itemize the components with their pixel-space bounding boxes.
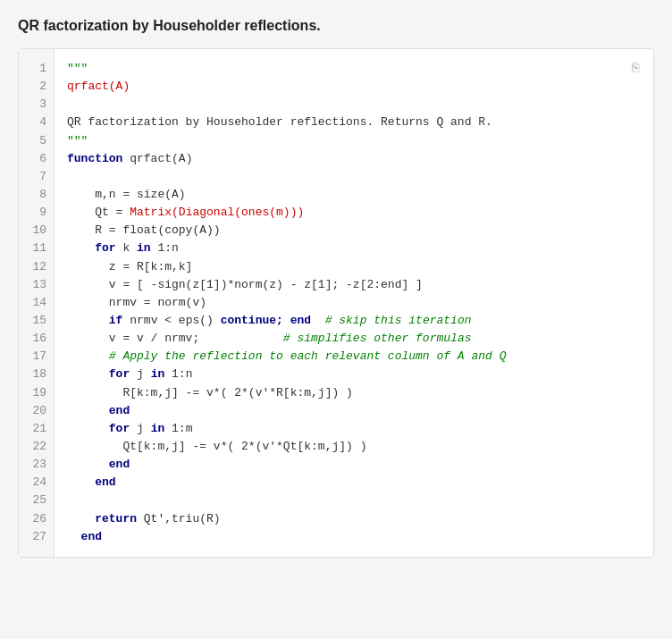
line-number: 24	[26, 474, 46, 492]
line-number: 25	[26, 492, 46, 509]
code-content[interactable]: ⎘ """qrfact(A) QR factorization by House…	[55, 49, 653, 557]
code-segment: m,n = size(A)	[67, 188, 186, 201]
code-segment: v = v / nrmv;	[67, 332, 283, 345]
line-number: 20	[26, 402, 46, 420]
code-line: for j in 1:n	[67, 366, 641, 383]
code-line	[67, 492, 641, 509]
code-line: QR factorization by Householder reflecti…	[67, 114, 641, 131]
line-number: 13	[26, 276, 46, 294]
code-segment: z = R[k:m,k]	[67, 260, 192, 273]
code-segment: Qt',triu(R)	[137, 512, 221, 525]
code-segment: # skip this iteration	[311, 314, 471, 327]
code-line: end	[67, 474, 641, 492]
code-segment: end	[67, 404, 130, 417]
page-title: QR factorization by Householder reflecti…	[18, 18, 654, 34]
code-segment: Qt[k:m,j] -= v*( 2*(v'*Qt[k:m,j]) )	[67, 440, 366, 453]
line-number: 14	[26, 294, 46, 312]
code-line	[67, 96, 641, 114]
code-line: function qrfact(A)	[67, 150, 641, 168]
copy-button[interactable]: ⎘	[625, 56, 646, 78]
code-segment: """	[67, 62, 88, 75]
line-number: 12	[26, 258, 46, 276]
line-number: 17	[26, 348, 46, 366]
code-segment: # simplifies other formulas	[283, 332, 472, 345]
code-line: # Apply the reflection to each relevant …	[67, 348, 641, 366]
code-segment: k	[116, 241, 137, 255]
code-block: 1234567891011121314151617181920212223242…	[18, 48, 654, 558]
code-segment: continue; end	[221, 314, 311, 327]
code-segment: end	[67, 458, 130, 471]
code-line: for j in 1:m	[67, 420, 641, 438]
code-line: qrfact(A)	[67, 78, 641, 96]
code-segment: Qt =	[67, 206, 130, 219]
code-segment: nrmv < eps()	[122, 314, 220, 327]
line-number: 27	[26, 528, 46, 546]
code-segment: if	[67, 314, 122, 327]
line-number: 7	[26, 168, 46, 186]
code-segment: for	[67, 367, 130, 381]
code-line: z = R[k:m,k]	[67, 258, 641, 276]
line-number: 26	[26, 510, 46, 528]
code-segment: for	[67, 422, 130, 435]
line-number: 21	[26, 420, 46, 438]
code-line: R = float(copy(A))	[67, 222, 641, 240]
line-number: 16	[26, 330, 46, 348]
line-number: 10	[26, 222, 46, 240]
code-line: nrmv = norm(v)	[67, 294, 641, 312]
line-number: 6	[26, 150, 46, 168]
code-segment: end	[67, 530, 102, 543]
code-segment: function	[67, 152, 130, 165]
code-line: for k in 1:n	[67, 240, 641, 257]
code-segment: v = [ -sign(z[1])*norm(z) - z[1]; -z[2:e…	[67, 278, 423, 291]
line-number: 18	[26, 366, 46, 383]
code-segment: """	[67, 134, 88, 147]
code-segment: Matrix(Diagonal(ones(m)))	[130, 206, 304, 219]
code-segment: in	[151, 422, 165, 435]
code-line: """	[67, 132, 641, 150]
line-number: 22	[26, 438, 46, 456]
code-segment: # Apply the reflection to each relevant …	[67, 349, 506, 363]
code-line: return Qt',triu(R)	[67, 510, 641, 528]
line-number: 3	[26, 96, 46, 114]
line-number: 19	[26, 384, 46, 402]
code-segment: end	[67, 475, 116, 489]
code-line: if nrmv < eps() continue; end # skip thi…	[67, 312, 641, 330]
line-number: 23	[26, 456, 46, 474]
line-number: 11	[26, 240, 46, 257]
code-line: end	[67, 402, 641, 420]
code-line: """	[67, 60, 641, 78]
code-segment: 1:m	[164, 422, 192, 435]
code-segment: return	[67, 512, 137, 525]
line-number: 8	[26, 186, 46, 204]
code-segment: in	[151, 367, 165, 381]
code-segment: qrfact(A)	[130, 152, 192, 165]
code-segment: nrmv = norm(v)	[67, 296, 206, 309]
line-numbers: 1234567891011121314151617181920212223242…	[19, 49, 55, 557]
line-number: 9	[26, 204, 46, 222]
line-number: 4	[26, 114, 46, 131]
code-segment: qrfact(A)	[67, 80, 130, 93]
code-line: m,n = size(A)	[67, 186, 641, 204]
code-line: v = v / nrmv; # simplifies other formula…	[67, 330, 641, 348]
code-segment: R = float(copy(A))	[67, 223, 221, 237]
code-segment: j	[130, 367, 150, 381]
line-number: 15	[26, 312, 46, 330]
code-line: v = [ -sign(z[1])*norm(z) - z[1]; -z[2:e…	[67, 276, 641, 294]
code-line: R[k:m,j] -= v*( 2*(v'*R[k:m,j]) )	[67, 384, 641, 402]
code-segment: R[k:m,j] -= v*( 2*(v'*R[k:m,j]) )	[67, 386, 353, 399]
code-segment: 1:n	[151, 241, 179, 255]
line-number: 5	[26, 132, 46, 150]
line-number: 2	[26, 78, 46, 96]
code-line: Qt = Matrix(Diagonal(ones(m)))	[67, 204, 641, 222]
line-number: 1	[26, 60, 46, 78]
code-segment: 1:n	[164, 367, 192, 381]
code-segment: for	[67, 241, 116, 255]
code-segment: j	[130, 422, 150, 435]
code-line: Qt[k:m,j] -= v*( 2*(v'*Qt[k:m,j]) )	[67, 438, 641, 456]
code-line	[67, 168, 641, 186]
code-segment: QR factorization by Householder reflecti…	[67, 115, 492, 129]
code-segment: in	[137, 241, 151, 255]
code-line: end	[67, 528, 641, 546]
code-line: end	[67, 456, 641, 474]
